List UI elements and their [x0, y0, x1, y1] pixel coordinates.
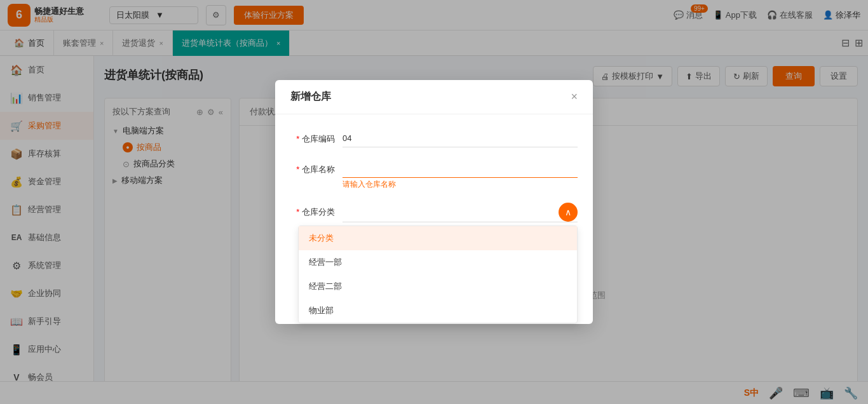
dropdown-item-dept3[interactable]: 物业部 — [299, 299, 577, 323]
name-label: 仓库名称 — [290, 160, 335, 175]
modal-close-button[interactable]: × — [571, 90, 578, 104]
chevron-up-icon: ∧ — [565, 207, 571, 217]
modal-body: 仓库编码 仓库名称 请输入仓库名称 仓库分类 ∧ — [275, 114, 593, 283]
form-row-code: 仓库编码 — [290, 130, 578, 147]
category-wrapper: ∧ 未分类 经营一部 经营二部 物业部 — [342, 203, 578, 222]
name-error-msg: 请输入仓库名称 — [342, 179, 578, 190]
modal-overlay: 新增仓库 × 仓库编码 仓库名称 请输入仓库名称 仓库分类 — [0, 0, 868, 404]
code-label: 仓库编码 — [290, 130, 335, 145]
add-warehouse-modal: 新增仓库 × 仓库编码 仓库名称 请输入仓库名称 仓库分类 — [275, 80, 593, 324]
category-dropdown: 未分类 经营一部 经营二部 物业部 — [298, 226, 578, 323]
dropdown-item-dept2[interactable]: 经营二部 — [299, 274, 577, 299]
category-input[interactable] — [342, 204, 559, 221]
dropdown-item-dept1[interactable]: 经营一部 — [299, 250, 577, 274]
modal-title: 新增仓库 — [290, 90, 331, 104]
category-toggle-button[interactable]: ∧ — [559, 203, 578, 222]
warehouse-code-input[interactable] — [342, 130, 578, 147]
form-row-name: 仓库名称 请输入仓库名称 — [290, 160, 578, 190]
dropdown-item-uncategorized[interactable]: 未分类 — [299, 226, 577, 250]
form-row-category: 仓库分类 ∧ 未分类 经营一部 经营二部 物业部 — [290, 203, 578, 222]
warehouse-name-input[interactable] — [342, 160, 578, 178]
category-label: 仓库分类 — [290, 203, 335, 218]
modal-header: 新增仓库 × — [275, 80, 593, 114]
